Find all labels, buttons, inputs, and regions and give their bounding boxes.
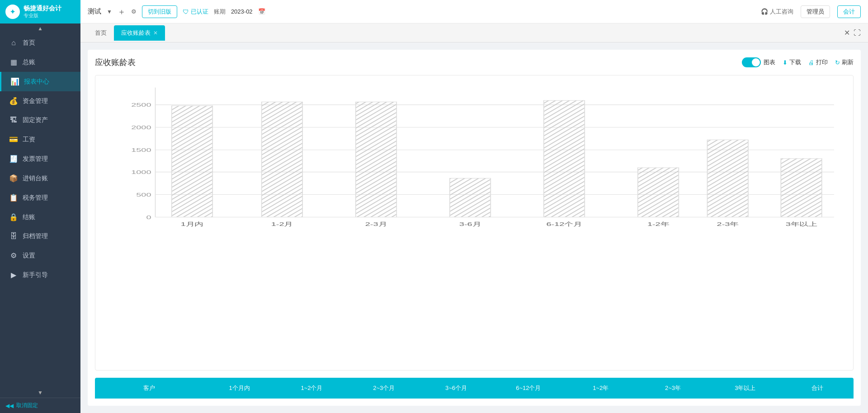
sidebar-item-home[interactable]: ⌂ 首页 bbox=[0, 33, 80, 52]
svg-text:2500: 2500 bbox=[131, 102, 151, 108]
switch-old-version-btn[interactable]: 切到旧版 bbox=[142, 5, 177, 18]
svg-rect-26 bbox=[708, 140, 748, 217]
admin-btn[interactable]: 管理员 bbox=[801, 5, 830, 18]
tab-expand-btn[interactable]: ⛶ bbox=[854, 28, 861, 37]
logo-text: 畅捷通好会计 bbox=[24, 5, 61, 12]
tab-home-label: 首页 bbox=[95, 29, 107, 37]
svg-text:1-2年: 1-2年 bbox=[647, 221, 669, 227]
logo-sub: 专业版 bbox=[24, 12, 61, 19]
certified-badge: 🛡 已认证 bbox=[183, 8, 208, 16]
sidebar-item-label: 资金管理 bbox=[23, 97, 48, 105]
svg-text:2-3月: 2-3月 bbox=[365, 221, 387, 227]
pin-icon: ◀◀ bbox=[5, 403, 14, 409]
tab-home[interactable]: 首页 bbox=[88, 25, 114, 41]
sidebar-nav: ⌂ 首页 ▦ 总账 📊 报表中心 💰 资金管理 🏗 固定资产 💳 工资 🧾 发票… bbox=[0, 33, 80, 388]
sidebar-item-reports[interactable]: 📊 报表中心 bbox=[0, 72, 80, 91]
sidebar: ✦ 畅捷通好会计 专业版 ▲ ⌂ 首页 ▦ 总账 📊 报表中心 💰 资金管理 🏗… bbox=[0, 0, 80, 413]
chart-area: 0 500 1000 1500 2000 2500 bbox=[95, 75, 854, 371]
svg-rect-18 bbox=[356, 102, 396, 217]
sidebar-item-label: 固定资产 bbox=[23, 116, 48, 124]
svg-text:2000: 2000 bbox=[131, 124, 151, 130]
guide-icon: ▶ bbox=[9, 271, 18, 279]
sidebar-item-ledger[interactable]: ▦ 总账 bbox=[0, 52, 80, 72]
sidebar-item-closing[interactable]: 🔒 结账 bbox=[0, 207, 80, 227]
tab-bar: 首页 应收账龄表 ✕ ✕ ⛶ bbox=[80, 23, 868, 42]
project-name: 测试 bbox=[88, 7, 101, 16]
sidebar-item-payroll[interactable]: 💳 工资 bbox=[0, 130, 80, 149]
svg-rect-20 bbox=[450, 178, 491, 217]
col-total: 合计 bbox=[781, 378, 854, 399]
tab-bar-actions: ✕ ⛶ bbox=[844, 28, 861, 37]
sidebar-item-inventory[interactable]: 📦 进销台账 bbox=[0, 169, 80, 188]
closing-icon: 🔒 bbox=[9, 213, 18, 221]
sidebar-item-label: 归档管理 bbox=[23, 232, 48, 240]
main-area: 测试 ▼ ＋ ⚙ 切到旧版 🛡 已认证 账期 2023-02 📅 🎧 人工咨询 … bbox=[80, 0, 868, 413]
sidebar-item-funds[interactable]: 💰 资金管理 bbox=[0, 91, 80, 111]
sidebar-item-label: 结账 bbox=[23, 213, 35, 221]
svg-text:1000: 1000 bbox=[131, 169, 151, 175]
consult-label: 人工咨询 bbox=[770, 8, 793, 16]
refresh-btn[interactable]: ↻ 刷新 bbox=[835, 58, 854, 66]
sidebar-scroll-up[interactable]: ▲ bbox=[0, 23, 80, 33]
chart-toggle[interactable] bbox=[742, 57, 761, 67]
page-actions: 图表 ⬇ 下载 🖨 打印 ↻ 刷新 bbox=[742, 57, 854, 67]
reports-icon: 📊 bbox=[10, 77, 19, 86]
settings-icon: ⚙ bbox=[9, 251, 18, 260]
invoices-icon: 🧾 bbox=[9, 155, 18, 163]
svg-rect-22 bbox=[544, 100, 585, 217]
assets-icon: 🏗 bbox=[9, 116, 18, 124]
project-dropdown-icon[interactable]: ▼ bbox=[107, 9, 112, 15]
tax-icon: 📋 bbox=[9, 193, 18, 202]
svg-text:2-3年: 2-3年 bbox=[717, 221, 739, 227]
col-1-2y: 1~2年 bbox=[565, 378, 637, 399]
shield-icon: 🛡 bbox=[183, 8, 189, 15]
accountant-btn[interactable]: 会计 bbox=[837, 5, 861, 18]
chart-toggle-wrap: 图表 bbox=[742, 57, 775, 67]
refresh-label: 刷新 bbox=[842, 58, 854, 66]
download-icon: ⬇ bbox=[783, 59, 788, 66]
sidebar-item-settings[interactable]: ⚙ 设置 bbox=[0, 246, 80, 265]
sidebar-scroll-down[interactable]: ▼ bbox=[0, 388, 80, 398]
sidebar-item-label: 税务管理 bbox=[23, 194, 48, 202]
logo-icon: ✦ bbox=[5, 5, 20, 19]
sidebar-item-archive[interactable]: 🗄 归档管理 bbox=[0, 227, 80, 246]
sidebar-item-label: 发票管理 bbox=[23, 155, 48, 163]
chart-wrap: 0 500 1000 1500 2000 2500 bbox=[106, 83, 842, 236]
cancel-fixed-label: 取消固定 bbox=[16, 402, 38, 409]
col-1m: 1个月内 bbox=[203, 378, 276, 399]
sidebar-item-guide[interactable]: ▶ 新手引导 bbox=[0, 265, 80, 285]
print-btn[interactable]: 🖨 打印 bbox=[808, 58, 828, 66]
funds-icon: 💰 bbox=[9, 97, 18, 105]
certified-label: 已认证 bbox=[191, 8, 208, 16]
sidebar-item-tax[interactable]: 📋 税务管理 bbox=[0, 188, 80, 207]
header-right: 🎧 人工咨询 管理员 会计 bbox=[761, 5, 861, 18]
sidebar-item-label: 总账 bbox=[23, 58, 35, 66]
sidebar-item-assets[interactable]: 🏗 固定资产 bbox=[0, 111, 80, 130]
cancel-fixed-btn[interactable]: ◀◀ 取消固定 bbox=[0, 398, 80, 413]
bar-chart-svg: 0 500 1000 1500 2000 2500 bbox=[106, 83, 842, 236]
tab-close-all-btn[interactable]: ✕ bbox=[844, 28, 850, 37]
consult-btn[interactable]: 🎧 人工咨询 bbox=[761, 8, 793, 16]
tab-ar-aging[interactable]: 应收账龄表 ✕ bbox=[114, 25, 165, 41]
svg-rect-24 bbox=[638, 168, 679, 217]
download-btn[interactable]: ⬇ 下载 bbox=[783, 58, 801, 66]
calendar-icon[interactable]: 📅 bbox=[258, 8, 265, 15]
table-header: 客户 1个月内 1~2个月 2~3个月 3~6个月 6~12个月 1~2年 2~… bbox=[95, 378, 854, 399]
svg-text:6-12个月: 6-12个月 bbox=[547, 221, 582, 227]
ledger-icon: ▦ bbox=[9, 58, 18, 66]
page-header: 应收账龄表 图表 ⬇ 下载 🖨 打印 ↻ bbox=[95, 57, 854, 68]
sidebar-item-label: 设置 bbox=[23, 252, 35, 260]
home-icon: ⌂ bbox=[9, 39, 18, 47]
payroll-icon: 💳 bbox=[9, 135, 18, 144]
sidebar-item-invoices[interactable]: 🧾 发票管理 bbox=[0, 149, 80, 169]
archive-icon: 🗄 bbox=[9, 232, 18, 240]
header-settings-icon[interactable]: ⚙ bbox=[131, 8, 137, 15]
print-label: 打印 bbox=[816, 58, 828, 66]
page-container: 应收账龄表 图表 ⬇ 下载 🖨 打印 ↻ bbox=[88, 50, 861, 406]
download-label: 下载 bbox=[789, 58, 801, 66]
add-project-btn[interactable]: ＋ bbox=[118, 6, 126, 17]
print-icon: 🖨 bbox=[808, 59, 814, 66]
tab-close-icon[interactable]: ✕ bbox=[153, 30, 158, 36]
svg-text:0: 0 bbox=[146, 214, 151, 220]
sidebar-item-label: 报表中心 bbox=[24, 78, 49, 86]
